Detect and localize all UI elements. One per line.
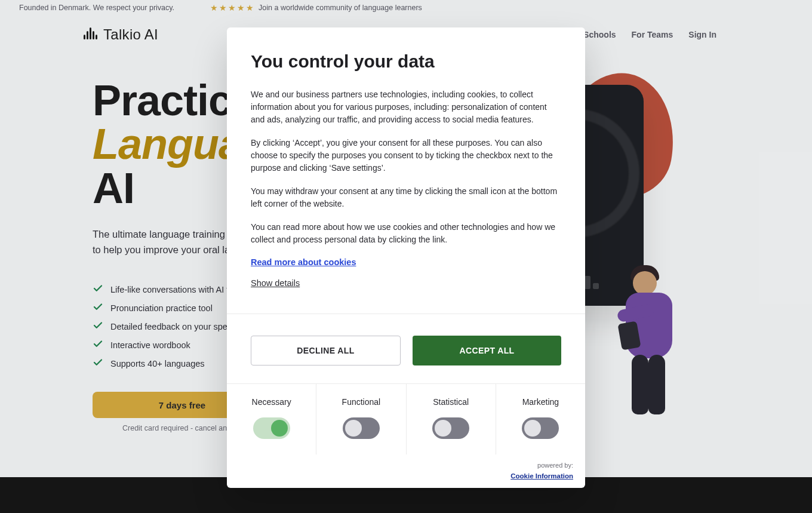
accept-all-button[interactable]: ACCEPT ALL (413, 336, 561, 365)
cookie-consent-overlay: You control your data We and our busines… (0, 0, 812, 513)
toggle-functional-label: Functional (342, 397, 381, 407)
cookie-information-link[interactable]: Cookie Information (510, 472, 573, 480)
modal-paragraph-1: We and our business partners use technol… (251, 88, 561, 126)
toggle-necessary-label: Necessary (252, 397, 291, 407)
toggle-marketing-label: Marketing (522, 397, 559, 407)
toggle-necessary-switch (253, 417, 290, 439)
modal-footer: powered by: Cookie Information (227, 454, 585, 488)
toggle-functional: Functional (316, 384, 406, 454)
modal-paragraph-4: You can read more about how we use cooki… (251, 221, 561, 246)
toggle-functional-switch[interactable] (343, 417, 380, 439)
modal-actions: DECLINE ALL ACCEPT ALL (227, 314, 585, 383)
cookie-toggle-row: Necessary Functional Statistical Marketi… (227, 383, 585, 454)
powered-by-text: powered by: (537, 462, 573, 469)
show-details-link[interactable]: Show details (251, 278, 300, 288)
toggle-marketing-switch[interactable] (522, 417, 559, 439)
modal-paragraph-2: By clicking ‘Accept’, you give your cons… (251, 137, 561, 174)
modal-body: We and our business partners use technol… (227, 72, 585, 306)
modal-paragraph-3: You may withdraw your consent at any tim… (251, 185, 561, 210)
toggle-statistical: Statistical (407, 384, 496, 454)
read-more-link[interactable]: Read more about cookies (251, 257, 356, 267)
modal-title: You control your data (251, 51, 561, 72)
toggle-statistical-switch[interactable] (432, 417, 469, 439)
decline-all-button[interactable]: DECLINE ALL (251, 336, 401, 365)
toggle-necessary: Necessary (227, 384, 316, 454)
toggle-statistical-label: Statistical (433, 397, 469, 407)
toggle-marketing: Marketing (496, 384, 585, 454)
cookie-consent-modal: You control your data We and our busines… (227, 27, 585, 488)
